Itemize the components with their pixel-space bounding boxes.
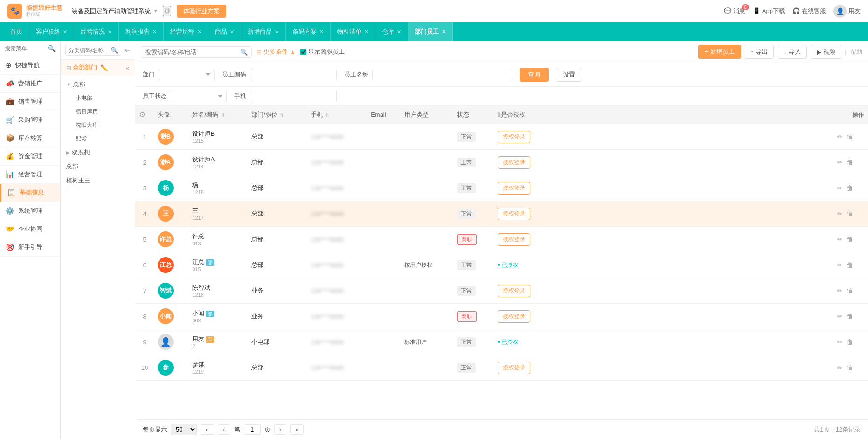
edit-icon[interactable]: ✏ [837,261,843,269]
dept-panel-collapse-icon[interactable]: ⇤ [124,46,130,55]
delete-icon[interactable]: 🗑 [847,236,853,243]
user-menu[interactable]: 👤 用友 [833,5,861,18]
gear-button[interactable]: ⚙ [163,6,171,16]
sidebar-item-finance[interactable]: 💰 资金管理 [0,147,60,166]
close-barcode-tab[interactable]: ✕ [319,29,324,35]
delete-icon[interactable]: 🗑 [847,287,853,294]
dept-all-item[interactable]: ⊞ 全部部门 ✏️ « [61,60,135,76]
delete-icon[interactable]: 🗑 [847,338,853,346]
edit-icon[interactable]: ✏ [837,133,843,140]
prev-page-button[interactable]: ‹ [218,424,230,435]
online-service-button[interactable]: 🎧 在线客服 [792,7,826,15]
query-button[interactable]: 查询 [520,68,549,82]
col-gear[interactable]: ⚙ [135,105,154,124]
sidebar-item-quick-nav[interactable]: ⊕ 快捷导航 [0,56,60,75]
close-profit-tab[interactable]: ✕ [153,29,157,35]
close-goods-tab[interactable]: ✕ [230,29,234,35]
status-filter-select[interactable] [171,90,227,102]
trial-button[interactable]: 体验行业方案 [177,5,226,18]
app-download-button[interactable]: 📱 App下载 [753,7,785,15]
next-page-button[interactable]: › [274,424,286,435]
close-operation-tab[interactable]: ✕ [108,29,112,35]
dept-item-head[interactable]: ▼ 总部 [61,77,135,91]
tab-profit[interactable]: 利润报告✕ [119,22,164,41]
col-dept[interactable]: 部门/职位 ⇅ [248,105,307,124]
close-add-goods-tab[interactable]: ✕ [275,29,279,35]
close-employee-tab[interactable]: ✕ [442,29,446,35]
tab-goods[interactable]: 商品✕ [208,22,241,41]
auth-button[interactable]: 授权登录 [498,285,530,297]
auth-button[interactable]: 授权登录 [498,233,530,246]
cell-auth[interactable]: 授权登录 [494,124,554,150]
auth-button[interactable]: 授权登录 [498,362,530,374]
last-page-button[interactable]: » [290,424,304,435]
first-page-button[interactable]: « [201,424,214,435]
dept-item-peihuo[interactable]: 配货 [64,132,135,146]
tab-warehouse[interactable]: 仓库✕ [375,22,408,41]
per-page-select[interactable]: 50 20 100 [171,424,197,435]
dept-edit-icon[interactable]: ✏️ [100,64,108,71]
video-button[interactable]: ▶ 视频 [811,45,841,59]
page-input[interactable] [244,424,261,435]
delete-icon[interactable]: 🗑 [847,364,853,371]
show-resigned-checkbox[interactable] [300,49,306,55]
tab-home[interactable]: 首页 [4,22,29,41]
tab-employee[interactable]: 部门员工✕ [408,22,453,41]
cell-auth[interactable]: 已授权 [494,329,554,355]
edit-icon[interactable]: ✏ [837,159,843,166]
system-dropdown-icon[interactable]: ▼ [153,8,158,14]
dept-item-shuanglu[interactable]: ▶ 双鹿想 [61,146,135,160]
export-button[interactable]: ↑ 导出 [745,45,774,59]
edit-icon[interactable]: ✏ [837,184,843,192]
cell-auth[interactable]: 授权登录 [494,278,554,304]
cell-auth[interactable]: 授权登录 [494,355,554,381]
sidebar-search-input[interactable] [5,45,48,52]
employee-search-input[interactable] [145,49,238,56]
dept-item-zongbu[interactable]: 总部 [61,160,135,174]
edit-icon[interactable]: ✏ [837,210,843,217]
more-filter-button[interactable]: ⊞ 更多条件 ▲ [257,48,296,56]
auth-button[interactable]: 授权登录 [498,310,530,323]
phone-filter-input[interactable] [250,90,337,102]
sidebar-item-purchase[interactable]: 🛒 采购管理 [0,111,60,129]
dept-collapse-icon[interactable]: « [126,64,129,71]
set-button[interactable]: 设置 [556,68,582,82]
delete-icon[interactable]: 🗑 [847,261,853,269]
delete-icon[interactable]: 🗑 [847,210,853,217]
edit-icon[interactable]: ✏ [837,236,843,243]
close-history-tab[interactable]: ✕ [197,29,201,35]
sidebar-item-basic-info[interactable]: 📋 基础信息 [0,184,60,202]
add-employee-button[interactable]: + 新增员工 [698,45,741,59]
edit-icon[interactable]: ✏ [837,287,843,294]
tab-barcode[interactable]: 条码方案✕ [286,22,331,41]
name-filter-input[interactable] [372,69,512,81]
cell-auth[interactable]: 已授权 [494,252,554,278]
tab-bom[interactable]: 物料清单✕ [331,22,375,41]
sidebar-item-system[interactable]: ⚙️ 系统管理 [0,202,60,220]
tab-customer[interactable]: 客户联络✕ [29,22,74,41]
sidebar-item-marketing[interactable]: 📣 营销推广 [0,75,60,93]
col-name[interactable]: 姓名/编码 ⇅ [188,105,248,124]
delete-icon[interactable]: 🗑 [847,133,853,140]
help-label[interactable]: 帮助 [850,48,862,56]
edit-icon[interactable]: ✏ [837,313,843,320]
tab-history[interactable]: 经营历程✕ [164,22,208,41]
dept-item-xiaodian[interactable]: 小电部 [64,91,135,105]
auth-button[interactable]: 授权登录 [498,182,530,195]
edit-icon[interactable]: ✏ [837,364,843,371]
edit-icon[interactable]: ✏ [837,338,843,346]
message-button[interactable]: 💬 消息 6 [724,7,745,15]
col-phone[interactable]: 手机 ⇅ [307,105,367,124]
import-button[interactable]: ↓ 导入 [778,45,807,59]
cell-auth[interactable]: 授权登录 [494,304,554,329]
delete-icon[interactable]: 🗑 [847,159,853,166]
cell-auth[interactable]: 授权登录 [494,201,554,227]
show-resigned-label[interactable]: 显示离职员工 [300,48,345,56]
cell-auth[interactable]: 授权登录 [494,227,554,252]
auth-button[interactable]: 授权登录 [498,131,530,143]
dept-search-input[interactable] [69,47,111,54]
dept-item-zhushu[interactable]: 植树王三 [61,174,135,188]
close-warehouse-tab[interactable]: ✕ [397,29,401,35]
sidebar-item-inventory[interactable]: 📦 库存核算 [0,129,60,147]
dept-item-project[interactable]: 项目库房 [64,105,135,118]
